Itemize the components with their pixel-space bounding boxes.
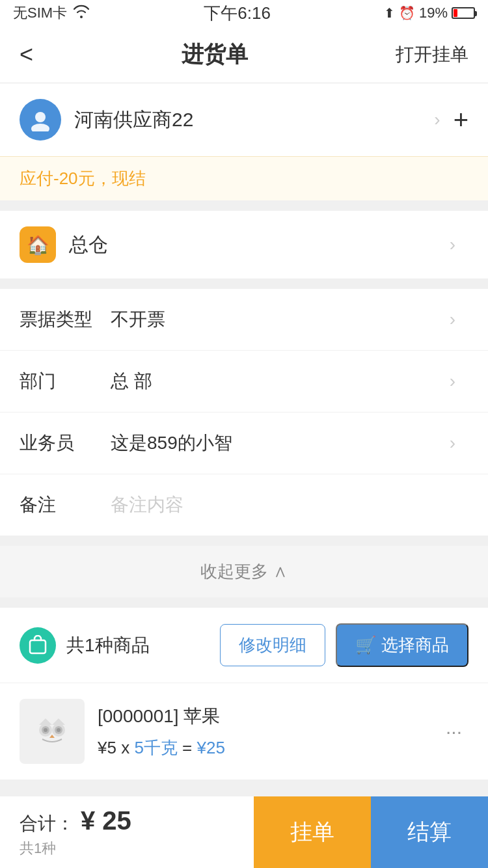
- battery-icon: [452, 7, 475, 19]
- product-equals: =: [182, 738, 197, 757]
- total-label: 合计：: [20, 811, 74, 836]
- carrier-label: 无SIM卡: [13, 3, 67, 23]
- salesman-chevron-icon: ›: [450, 433, 455, 454]
- status-right: ⬆ ⏰ 19%: [384, 5, 475, 21]
- remark-label: 备注: [20, 493, 111, 517]
- supplier-notice: 应付-20元，现结: [0, 156, 488, 200]
- total-main: 合计： ¥ 25: [20, 806, 234, 836]
- warehouse-icon: 🏠: [20, 226, 56, 263]
- supplier-row[interactable]: 河南供应商22 › +: [0, 83, 488, 156]
- checkout-button[interactable]: 结算: [371, 796, 488, 868]
- svg-point-0: [35, 112, 46, 122]
- supplier-section: 河南供应商22 › + 应付-20元，现结: [0, 83, 488, 200]
- collapse-row[interactable]: 收起更多 ∧: [0, 546, 488, 597]
- warehouse-row[interactable]: 🏠 总仓 ›: [0, 211, 488, 278]
- products-header: 共1种商品 修改明细 🛒 选择商品: [0, 608, 488, 683]
- svg-point-8: [57, 728, 61, 732]
- products-section: 共1种商品 修改明细 🛒 选择商品: [0, 608, 488, 780]
- products-count: 共1种商品: [66, 633, 210, 658]
- product-total: ¥25: [197, 738, 225, 757]
- product-item: [0000001] 苹果 ¥5 x 5千克 = ¥25 ···: [0, 683, 488, 780]
- products-icon: [20, 627, 56, 664]
- wifi-icon: [72, 4, 90, 22]
- product-price: ¥5 x: [98, 738, 134, 757]
- location-icon: ⬆: [384, 5, 395, 21]
- main-content: 河南供应商22 › + 应付-20元，现结 🏠 总仓 › 票据类型 不开票 › …: [0, 83, 488, 868]
- svg-point-1: [31, 124, 49, 131]
- dept-chevron-icon: ›: [450, 371, 455, 392]
- bottom-bar: 合计： ¥ 25 共1种 挂单 结算: [0, 796, 488, 868]
- dept-label: 部门: [20, 369, 111, 394]
- battery-percent: 19%: [419, 5, 448, 21]
- product-thumbnail-inner: [26, 705, 78, 757]
- supplier-avatar: [20, 99, 61, 141]
- svg-point-7: [44, 728, 47, 732]
- warehouse-chevron-icon: ›: [450, 234, 455, 255]
- remark-input[interactable]: 备注内容: [111, 493, 468, 517]
- select-product-icon: 🛒: [355, 635, 376, 655]
- supplier-name: 河南供应商22: [74, 107, 434, 133]
- invoice-row[interactable]: 票据类型 不开票 ›: [0, 289, 488, 350]
- svg-rect-2: [30, 640, 46, 653]
- product-title: 苹果: [183, 706, 220, 726]
- more-button[interactable]: ···: [439, 714, 468, 749]
- product-quantity: 5千克: [134, 738, 177, 757]
- page-title: 进货单: [182, 40, 248, 70]
- alarm-icon: ⏰: [399, 5, 415, 21]
- dept-value: 总 部: [111, 369, 450, 394]
- product-thumbnail: [20, 699, 85, 764]
- salesman-value: 这是859的小智: [111, 431, 450, 455]
- salesman-row[interactable]: 业务员 这是859的小智 ›: [0, 412, 488, 474]
- invoice-chevron-icon: ›: [450, 309, 455, 330]
- total-area: 合计： ¥ 25 共1种: [0, 806, 254, 858]
- product-info: [0000001] 苹果 ¥5 x 5千克 = ¥25: [98, 704, 426, 759]
- invoice-value: 不开票: [111, 307, 450, 332]
- svg-marker-9: [49, 735, 55, 738]
- open-hang-button[interactable]: 打开挂单: [396, 42, 468, 67]
- edit-detail-button[interactable]: 修改明细: [220, 624, 325, 666]
- status-left: 无SIM卡: [13, 3, 90, 23]
- total-sub: 共1种: [20, 839, 234, 858]
- nav-bar: < 进货单 打开挂单: [0, 26, 488, 83]
- invoice-label: 票据类型: [20, 307, 111, 332]
- warehouse-name: 总仓: [69, 232, 450, 258]
- product-name: [0000001] 苹果: [98, 704, 426, 729]
- status-time: 下午6:16: [204, 2, 271, 25]
- back-button[interactable]: <: [20, 41, 33, 68]
- product-code: [0000001]: [98, 706, 183, 726]
- select-product-button[interactable]: 🛒 选择商品: [336, 623, 468, 667]
- product-calc: ¥5 x 5千克 = ¥25: [98, 737, 426, 759]
- supplier-chevron-icon: ›: [434, 109, 440, 130]
- dept-row[interactable]: 部门 总 部 ›: [0, 350, 488, 412]
- add-button[interactable]: +: [454, 105, 468, 135]
- collapse-label: 收起更多 ∧: [200, 560, 287, 583]
- salesman-label: 业务员: [20, 431, 111, 455]
- hang-button[interactable]: 挂单: [254, 796, 371, 868]
- total-amount: ¥ 25: [81, 806, 131, 835]
- warehouse-section: 🏠 总仓 ›: [0, 211, 488, 278]
- form-section: 票据类型 不开票 › 部门 总 部 › 业务员 这是859的小智 › 备注 备注…: [0, 289, 488, 536]
- remark-row[interactable]: 备注 备注内容: [0, 474, 488, 536]
- select-product-label: 选择商品: [381, 634, 449, 657]
- status-bar: 无SIM卡 下午6:16 ⬆ ⏰ 19%: [0, 0, 488, 26]
